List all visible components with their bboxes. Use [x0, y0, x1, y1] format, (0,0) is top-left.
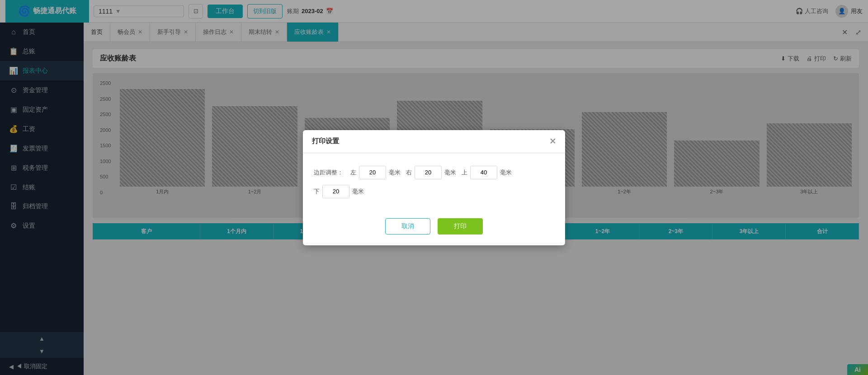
print-dialog: 打印设置 ✕ 边距调整： 左 毫米 右 毫米 上 毫米: [303, 130, 565, 245]
margin-left-input[interactable]: [359, 166, 386, 179]
margin-label: 边距调整：: [314, 169, 343, 177]
bottom-label: 下: [314, 188, 320, 196]
bottom-unit: 毫米: [352, 188, 364, 196]
top-unit: 毫米: [500, 169, 512, 177]
margin-top-input[interactable]: [470, 166, 497, 179]
margin-right-group: 右 毫米: [406, 166, 456, 179]
left-label: 左: [350, 169, 356, 177]
margin-right-input[interactable]: [415, 166, 442, 179]
modal-footer: 取消 打印: [303, 211, 565, 245]
margin-bottom-group: 下 毫米: [314, 185, 364, 198]
cancel-button[interactable]: 取消: [385, 218, 430, 234]
right-label: 右: [406, 169, 412, 177]
left-unit: 毫米: [389, 169, 401, 177]
modal-close-button[interactable]: ✕: [549, 136, 556, 146]
modal-overlay: 打印设置 ✕ 边距调整： 左 毫米 右 毫米 上 毫米: [0, 0, 868, 375]
modal-header: 打印设置 ✕: [303, 130, 565, 153]
margin-top-group: 上 毫米: [462, 166, 512, 179]
margin-bottom-input[interactable]: [322, 185, 349, 198]
top-label: 上: [462, 169, 467, 177]
margin-settings-row: 边距调整： 左 毫米 右 毫米 上 毫米 下: [314, 166, 554, 198]
print-button[interactable]: 打印: [438, 218, 483, 234]
modal-body: 边距调整： 左 毫米 右 毫米 上 毫米 下: [303, 153, 565, 211]
modal-title: 打印设置: [312, 137, 339, 145]
margin-left-group: 左 毫米: [350, 166, 401, 179]
right-unit: 毫米: [444, 169, 456, 177]
